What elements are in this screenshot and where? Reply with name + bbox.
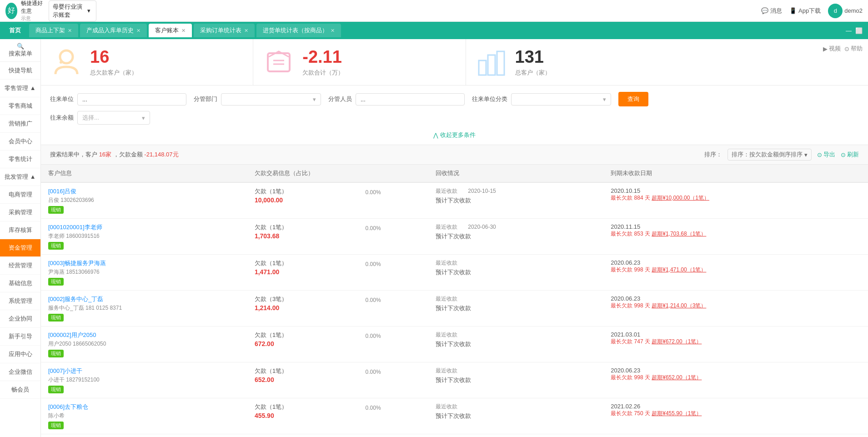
sidebar-item-operations[interactable]: 经营管理 xyxy=(0,257,40,275)
debt-count: 欠款（1笔） xyxy=(255,259,351,267)
stat-values-debt-customers: 16 总欠款客户（家） xyxy=(90,47,137,77)
export-label: 导出 xyxy=(823,151,835,159)
sidebar-item-retail-mall[interactable]: 零售商城 xyxy=(0,97,40,115)
from-unit-label: 往来单位 xyxy=(50,95,74,103)
filter-unit-category: 往来单位分类 ▾ xyxy=(472,93,611,105)
tab-product-listing[interactable]: 商品上下架 ✕ xyxy=(29,24,78,37)
cell-recovery: 最近收款 预计下次收款 xyxy=(428,291,603,326)
sidebar-nav: 零售管理 ▲ 零售商城 营销推广 会员中心 零售统计 批发管理 ▲ 电商管理 采… xyxy=(0,80,40,399)
balance-label: 往来余额 xyxy=(50,114,74,122)
tab-close-icon[interactable]: ✕ xyxy=(331,28,335,34)
refresh-icon: ⊙ xyxy=(841,151,846,158)
query-button[interactable]: 查询 xyxy=(618,92,648,106)
store-selector[interactable]: 母婴行业演示账套 ▾ xyxy=(49,0,96,21)
debt-amount: 672.00 xyxy=(255,340,351,347)
sidebar-search[interactable]: 🔍 搜索菜单 xyxy=(0,39,40,62)
filter-from-unit: 往来单位 ... xyxy=(50,93,186,105)
unit-category-arrow-icon: ▾ xyxy=(603,96,606,103)
sidebar-item-enterprise-wechat[interactable]: 企业微信 xyxy=(0,363,40,381)
app-download-button[interactable]: 📱 App下载 xyxy=(789,7,821,15)
stat-values-total: 131 总客户（家） xyxy=(515,47,551,77)
help-btn[interactable]: ⊙ 帮助 xyxy=(844,45,863,53)
table-row: [0002]服务中心_丁磊 服务中心_丁磊 181 0125 8371 现销 欠… xyxy=(41,291,868,326)
export-button[interactable]: ⊙ 导出 xyxy=(817,151,835,159)
refresh-button[interactable]: ⊙ 刷新 xyxy=(841,151,859,159)
tab-close-icon[interactable]: ✕ xyxy=(181,28,186,34)
sidebar-item-capital-mgmt[interactable]: 资金管理 xyxy=(0,239,40,257)
from-unit-input[interactable]: ... xyxy=(77,93,186,105)
sidebar-item-chang-member[interactable]: 畅会员 xyxy=(0,381,40,399)
sidebar-item-basic-info[interactable]: 基础信息 xyxy=(0,275,40,292)
video-btn[interactable]: ▶ 视频 xyxy=(823,45,841,53)
tab-purchase-order[interactable]: 采购订单统计表 ✕ xyxy=(194,24,255,37)
sidebar-item-wholesale-mgmt[interactable]: 批发管理 ▲ xyxy=(0,168,40,186)
cell-debt-info: 欠款（1笔） 672.00 xyxy=(247,326,358,362)
collapse-label: 收起更多条件 xyxy=(440,131,476,139)
logo-text: 畅捷通好生意 xyxy=(21,0,45,15)
customer-name-link[interactable]: [0003]畅捷服务尹海蒸 xyxy=(48,260,106,266)
sidebar-item-enterprise-collab[interactable]: 企业协同 xyxy=(0,310,40,328)
customer-name-link[interactable]: [0001020001]李老师 xyxy=(48,224,102,231)
due-date-value: 2021.03.01 xyxy=(611,331,861,338)
svg-point-0 xyxy=(60,50,73,63)
due-date-value: 2020.06.23 xyxy=(611,259,861,266)
user-profile[interactable]: d demo2 xyxy=(828,4,863,18)
overdue-amount-link[interactable]: 超期¥1,214.00（3笔） xyxy=(652,302,706,309)
tab-close-icon[interactable]: ✕ xyxy=(136,28,140,34)
sidebar-item-retail-stats[interactable]: 零售统计 xyxy=(0,151,40,168)
sidebar-item-ecommerce[interactable]: 电商管理 xyxy=(0,186,40,204)
customer-name-link[interactable]: [0002]服务中心_丁磊 xyxy=(48,296,103,302)
sidebar-item-inventory[interactable]: 库存核算 xyxy=(0,221,40,239)
sidebar-item-member[interactable]: 会员中心 xyxy=(0,133,40,151)
message-button[interactable]: 💬 消息 xyxy=(761,7,782,15)
sidebar-item-new-guide[interactable]: 新手引导 xyxy=(0,328,40,346)
tab-close-icon[interactable]: ✕ xyxy=(244,28,248,34)
next-collect-label: 预计下次收款 xyxy=(436,376,596,384)
overdue-amount-link[interactable]: 超期¥1,703.68（1笔） xyxy=(652,231,706,237)
overdue-amount-link[interactable]: 超期¥1,471.00（1笔） xyxy=(652,266,706,273)
last-collect-label: 最近收款 2020-06-30 xyxy=(436,223,596,231)
tab-stock-history[interactable]: 产成品入库单历史 ✕ xyxy=(80,24,147,37)
sort-select[interactable]: 排序：按欠款金额倒序排序 ▾ xyxy=(728,149,812,161)
person-input[interactable]: ... xyxy=(356,93,465,105)
cell-customer-info: [0001020001]李老师 李老师 18600391516 现销 xyxy=(41,219,247,255)
sidebar-item-system-mgmt[interactable]: 系统管理 xyxy=(0,292,40,310)
tab-maximize-icon[interactable]: ⬜ xyxy=(855,27,863,34)
tab-close-icon[interactable]: ✕ xyxy=(68,28,72,34)
overdue-amount-link[interactable]: 超期¥10,000.00（1笔） xyxy=(652,195,709,201)
overdue-amount-link[interactable]: 超期¥455.90（1笔） xyxy=(652,410,702,417)
customer-name-link[interactable]: [0007]小进干 xyxy=(48,367,82,374)
customer-name-link[interactable]: [000002]用户2050 xyxy=(48,332,96,338)
table-row: [0016]吕俊 吕俊 13026203696 现销 欠款（1笔） 10,000… xyxy=(41,182,868,219)
collapse-button[interactable]: ⋀ 收起更多条件 xyxy=(433,131,476,139)
cell-recovery: 最近收款 2020-10-15 预计下次收款 xyxy=(428,182,603,219)
overdue-amount-link[interactable]: 超期¥672.00（1笔） xyxy=(652,338,702,345)
sidebar-item-retail-mgmt[interactable]: 零售管理 ▲ xyxy=(0,80,40,97)
cell-debt-info: 欠款（1笔） 1,703.68 xyxy=(247,219,358,255)
balance-select[interactable]: 选择... ▾ xyxy=(77,111,150,125)
debt-amount: 1,471.00 xyxy=(255,268,351,276)
sidebar-item-marketing[interactable]: 营销推广 xyxy=(0,115,40,133)
cell-debt-ratio: 0.00% xyxy=(358,434,428,437)
tab-minimize-icon[interactable]: — xyxy=(846,27,852,34)
sidebar-item-app-center[interactable]: 应用中心 xyxy=(0,346,40,363)
overdue-days: 最长欠款 853 天 xyxy=(611,231,652,237)
next-collect-label: 预计下次收款 xyxy=(436,232,596,241)
sidebar-item-label: 零售商城 xyxy=(9,102,32,110)
customer-name-link[interactable]: [0016]吕俊 xyxy=(48,188,76,195)
dept-select[interactable]: ▾ xyxy=(221,93,321,105)
tab-home[interactable]: 首页 xyxy=(3,24,27,37)
table-row: [000001]黄思源 黄思源 13552700226 现销 欠款（1笔） 42… xyxy=(41,434,868,437)
overdue-amount-link[interactable]: 超期¥652.00（1笔） xyxy=(652,374,702,381)
unit-category-select[interactable]: ▾ xyxy=(511,93,611,105)
customer-name-link[interactable]: [0006]去下粮仓 xyxy=(48,403,88,410)
tab-customer-account[interactable]: 客户账本 ✕ xyxy=(149,24,192,37)
customer-phone: 小进干 18279152100 xyxy=(48,376,240,384)
sidebar-item-label: 会员中心 xyxy=(9,137,32,146)
sidebar-item-quick-nav[interactable]: 快捷导航 xyxy=(0,62,40,80)
sidebar-item-purchase-mgmt[interactable]: 采购管理 xyxy=(0,204,40,221)
tab-purchase-stat[interactable]: 进货单统计表（按商品） ✕ xyxy=(256,24,341,37)
tab-bar: 首页 商品上下架 ✕ 产成品入库单历史 ✕ 客户账本 ✕ 采购订单统计表 ✕ 进… xyxy=(0,22,868,39)
search-icon: 🔍 xyxy=(4,43,37,50)
person-value: ... xyxy=(361,96,366,103)
